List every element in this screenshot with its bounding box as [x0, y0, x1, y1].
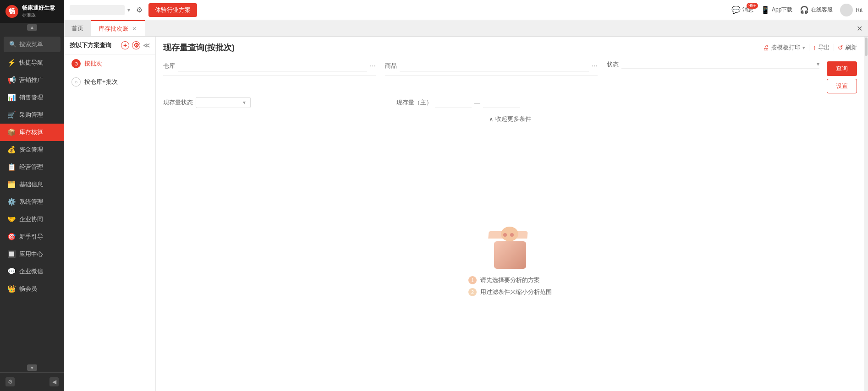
right-area: 现存量查询(按批次) 🖨 按模板打印 ▾ ↑ 导出 ↺ 刷	[156, 37, 864, 391]
tab-inventory-batch[interactable]: 库存批次账 ✕	[91, 20, 145, 36]
sidebar-item-label: 库存核算	[19, 128, 43, 136]
user-area[interactable]: Rit	[840, 4, 863, 16]
product-dots[interactable]: ···	[592, 62, 598, 70]
wechat-icon: 💬	[7, 267, 16, 276]
download-icon: 📱	[761, 5, 770, 14]
inventory-status-label: 现存量状态	[163, 98, 193, 107]
hint-2: 2 用过滤条件来缩小分析范围	[468, 288, 552, 296]
sidebar-item-label: 销售管理	[19, 93, 43, 102]
breadcrumb-chevron-icon[interactable]: ▾	[127, 7, 130, 13]
print-btn[interactable]: 🖨 按模板打印 ▾	[763, 43, 805, 52]
sidebar-item-label: 快捷导航	[19, 59, 43, 67]
sidebar-item-label: 应用中心	[19, 250, 43, 258]
scheme-batch[interactable]: ⊙ 按批次	[64, 54, 155, 73]
scheme-warehouse-batch-label: 按仓库+批次	[84, 78, 118, 86]
sidebar-item-apps[interactable]: 🔲 应用中心	[0, 245, 64, 263]
sidebar-item-basic[interactable]: 🗂️ 基础信息	[0, 176, 64, 193]
app-subtitle: 标准版	[22, 12, 55, 18]
sidebar-item-label: 经营管理	[19, 163, 43, 171]
sidebar-item-system[interactable]: ⚙️ 系统管理	[0, 193, 64, 211]
sidebar-item-label: 企业协同	[19, 215, 43, 223]
sidebar: 畅 畅康通好生意 标准版 ▲ 🔍 搜索菜单 ⚡ 快捷导航 📢 营销推广 📊 销售…	[0, 0, 64, 391]
experience-btn[interactable]: 体验行业方案	[148, 3, 197, 17]
empty-state: 1 请先选择要分析的方案 2 用过滤条件来缩小分析范围	[156, 128, 864, 391]
messages-btn[interactable]: 💬 消息 99+	[731, 5, 753, 14]
filter-add-btn[interactable]: +	[121, 41, 129, 49]
scheme-batch-label: 按批次	[84, 60, 102, 68]
filter-setting-btn[interactable]: ⚙	[132, 41, 140, 49]
sidebar-item-guide[interactable]: 🎯 新手引导	[0, 228, 64, 245]
app-download-btn[interactable]: 📱 App下载	[761, 5, 792, 14]
empty-illustration	[485, 223, 535, 269]
page-title: 现存量查询(按批次)	[163, 42, 235, 53]
sidebar-item-purchase[interactable]: 🛒 采购管理	[0, 106, 64, 124]
refresh-icon: ↺	[838, 44, 843, 51]
tab-close-icon[interactable]: ✕	[131, 26, 137, 32]
sidebar-scroll-down[interactable]: ▼	[27, 364, 37, 371]
inventory-qty-to[interactable]	[483, 97, 520, 108]
sidebar-item-label: 资金管理	[19, 146, 43, 154]
collapse-conditions[interactable]: ∧ 收起更多条件	[163, 112, 857, 128]
sidebar-search-label: 搜索菜单	[19, 40, 43, 49]
refresh-btn[interactable]: ↺ 刷新	[838, 43, 857, 52]
sidebar-search[interactable]: 🔍 搜索菜单	[4, 37, 60, 52]
page-titlebar: 现存量查询(按批次) 🖨 按模板打印 ▾ ↑ 导出 ↺ 刷	[156, 37, 864, 57]
sidebar-item-marketing[interactable]: 📢 营销推广	[0, 71, 64, 89]
export-btn[interactable]: ↑ 导出	[813, 43, 830, 52]
tab-home[interactable]: 首页	[64, 20, 91, 36]
breadcrumb-input[interactable]	[70, 5, 125, 15]
divider2	[834, 44, 834, 51]
scheme-warehouse-batch[interactable]: ○ 按仓库+批次	[64, 73, 155, 91]
inventory-qty-label: 现存量（主）	[396, 98, 432, 107]
sidebar-item-finance[interactable]: 💰 资金管理	[0, 141, 64, 158]
product-label: 商品	[385, 62, 397, 70]
message-icon: 💬	[731, 5, 741, 14]
tab-panel-close-icon[interactable]: ✕	[857, 24, 863, 33]
sidebar-item-label: 企业微信	[19, 267, 43, 276]
status-dropdown-arrow[interactable]: ▾	[817, 61, 819, 67]
query-btn[interactable]: 查询	[827, 61, 857, 76]
sidebar-item-enterprise[interactable]: 🤝 企业协同	[0, 211, 64, 228]
box-body	[494, 241, 526, 269]
inventory-icon: 📦	[7, 128, 16, 136]
sidebar-item-label: 基础信息	[19, 180, 43, 189]
sidebar-nav: 🔍 搜索菜单 ⚡ 快捷导航 📢 营销推广 📊 销售管理 🛒 采购管理 📦 库存核…	[0, 32, 64, 363]
breadcrumb-area: ▾ ⚙ 体验行业方案	[70, 3, 728, 17]
hint1-num: 1	[468, 276, 477, 284]
filter-collapse-btn[interactable]: ≪	[143, 42, 150, 49]
sidebar-settings-btn[interactable]: ⚙	[5, 377, 15, 386]
main-area: ▾ ⚙ 体验行业方案 💬 消息 99+ 📱 App下载 🎧 在线客服 Rit	[64, 0, 868, 391]
page-title-actions: 🖨 按模板打印 ▾ ↑ 导出 ↺ 刷新	[763, 43, 857, 52]
basic-icon: 🗂️	[7, 180, 16, 189]
sidebar-item-inventory[interactable]: 📦 库存核算	[0, 124, 64, 141]
sidebar-item-member[interactable]: 👑 畅会员	[0, 280, 64, 298]
sidebar-item-operation[interactable]: 📋 经营管理	[0, 158, 64, 176]
settings-icon: ⚙	[8, 379, 13, 385]
avatar	[840, 4, 853, 16]
topbar: ▾ ⚙ 体验行业方案 💬 消息 99+ 📱 App下载 🎧 在线客服 Rit	[64, 0, 868, 20]
inventory-qty-from[interactable]	[435, 97, 472, 108]
sidebar-scroll-up[interactable]: ▲	[27, 24, 37, 31]
warehouse-dots[interactable]: ···	[370, 62, 376, 70]
product-input[interactable]	[400, 60, 589, 71]
online-service-btn[interactable]: 🎧 在线客服	[800, 5, 833, 14]
inventory-status-arrow[interactable]: ▾	[243, 99, 246, 106]
right-scrollbar[interactable]	[864, 37, 868, 391]
hint1-text: 请先选择要分析的方案	[480, 276, 540, 284]
app-download-label: App下载	[772, 6, 792, 14]
sidebar-collapse-btn[interactable]: ◀	[49, 377, 59, 386]
topbar-gear-icon[interactable]: ⚙	[133, 4, 146, 16]
divider	[809, 44, 809, 51]
print-icon: 🖨	[763, 44, 769, 51]
qty-dash: —	[474, 99, 480, 106]
content-area: 按以下方案查询 + ⚙ ≪ ⊙ 按批次 ○	[64, 37, 868, 391]
settings-btn[interactable]: 设置	[827, 79, 857, 93]
empty-hints: 1 请先选择要分析的方案 2 用过滤条件来缩小分析范围	[468, 276, 552, 296]
collapse-label: 收起更多条件	[495, 115, 531, 123]
search-icon: 🔍	[9, 41, 16, 48]
tab-inventory-batch-label: 库存批次账	[99, 25, 128, 33]
sidebar-item-wechat[interactable]: 💬 企业微信	[0, 263, 64, 280]
sidebar-item-quick-nav[interactable]: ⚡ 快捷导航	[0, 54, 64, 71]
warehouse-input[interactable]	[178, 60, 367, 71]
sidebar-item-sales[interactable]: 📊 销售管理	[0, 89, 64, 106]
